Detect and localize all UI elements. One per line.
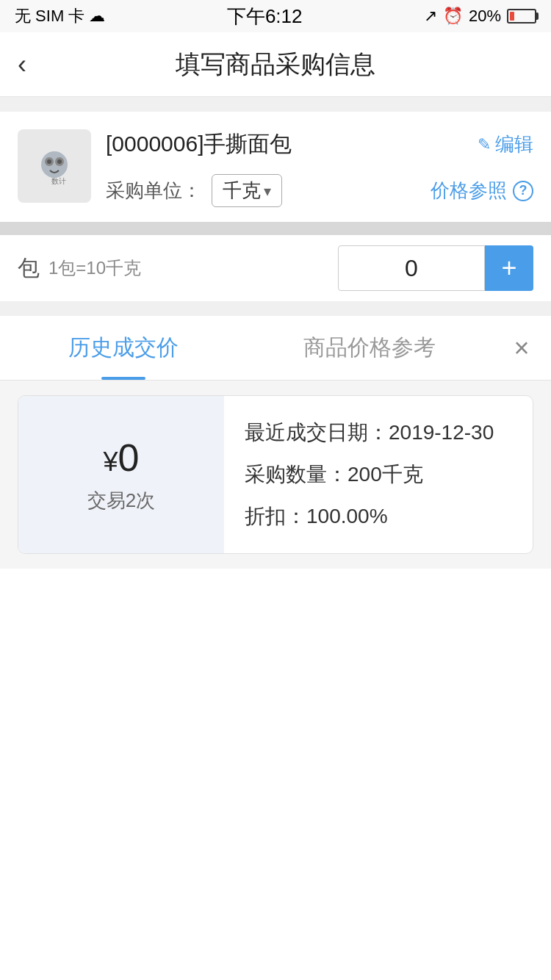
status-right: ↗ ⏰ 20%	[424, 7, 536, 26]
product-thumbnail: 数计	[18, 129, 91, 203]
content-white-area	[0, 569, 551, 980]
edit-button[interactable]: ✎ 编辑	[478, 131, 533, 157]
quantity-input[interactable]: 0	[338, 245, 485, 291]
quantity-row: 包 1包=10千克 0 +	[0, 235, 551, 301]
card-price-display: ¥0	[104, 435, 140, 480]
edit-label: 编辑	[495, 131, 533, 157]
product-unit-row: 采购单位： 千克 ▾ 价格参照 ?	[106, 174, 533, 207]
product-info: [0000006]手撕面包 ✎ 编辑 采购单位： 千克 ▾ 价格参照 ?	[106, 129, 533, 207]
latest-date-label: 最近成交日期：	[245, 421, 389, 444]
price-ref-label: 价格参照	[431, 178, 507, 203]
product-logo-svg: 数计	[32, 144, 76, 188]
tab-active-underline	[101, 377, 145, 380]
unit-section: 采购单位： 千克 ▾	[106, 174, 282, 207]
tab-product-price-label: 商品价格参考	[303, 333, 436, 363]
back-button[interactable]: ‹	[18, 49, 26, 80]
tab-history-price[interactable]: 历史成交价	[0, 316, 246, 380]
dropdown-arrow-icon: ▾	[264, 182, 271, 200]
help-icon: ?	[513, 181, 533, 201]
quantity-unit-icon: 包	[18, 253, 40, 284]
status-bar: 无 SIM 卡 ☁ 下午6:12 ↗ ⏰ 20%	[0, 0, 551, 32]
price-value: 0	[118, 436, 140, 479]
card-container: ¥0 交易2次 最近成交日期：2019-12-30 采购数量：200千克 折扣：…	[0, 381, 551, 569]
status-left: 无 SIM 卡 ☁	[15, 5, 105, 27]
product-header: [0000006]手撕面包 ✎ 编辑	[106, 129, 533, 159]
tab-history-price-label: 历史成交价	[68, 333, 179, 363]
unit-label: 采购单位：	[106, 179, 201, 201]
plus-button[interactable]: +	[485, 245, 533, 291]
discount-value: 100.00%	[306, 505, 388, 527]
nav-bar: ‹ 填写商品采购信息	[0, 32, 551, 97]
quantity-unit-info: 包 1包=10千克	[18, 253, 141, 284]
price-reference-button[interactable]: 价格参照 ?	[431, 178, 533, 203]
transaction-card: ¥0 交易2次 最近成交日期：2019-12-30 采购数量：200千克 折扣：…	[18, 395, 533, 554]
latest-date-value: 2019-12-30	[389, 421, 494, 444]
latest-date-row: 最近成交日期：2019-12-30	[245, 418, 512, 447]
unit-badge[interactable]: 千克 ▾	[212, 174, 282, 207]
svg-point-0	[41, 151, 68, 178]
page-title: 填写商品采购信息	[176, 48, 375, 82]
section-divider	[0, 222, 551, 235]
card-left-price: ¥0 交易2次	[18, 396, 224, 553]
alarm-icon: ⏰	[443, 7, 463, 26]
product-name: [0000006]手撕面包	[106, 129, 292, 159]
unit-conversion-text: 1包=10千克	[48, 256, 141, 280]
discount-label: 折扣：	[245, 505, 306, 527]
location-icon: ↗	[424, 7, 437, 26]
svg-point-4	[57, 159, 62, 164]
trades-label: 交易2次	[87, 488, 155, 514]
status-time: 下午6:12	[227, 4, 303, 29]
svg-text:数计: 数计	[51, 177, 66, 185]
svg-point-3	[47, 159, 51, 164]
close-button[interactable]: ×	[492, 316, 551, 381]
quantity-row-detail: 采购数量：200千克	[245, 460, 512, 489]
card-right-details: 最近成交日期：2019-12-30 采购数量：200千克 折扣：100.00%	[224, 396, 533, 553]
quantity-detail-value: 200千克	[347, 463, 423, 486]
tabs-bar: 历史成交价 商品价格参考 ×	[0, 316, 551, 381]
quantity-controls: 0 +	[338, 245, 533, 291]
carrier-text: 无 SIM 卡 ☁	[15, 5, 105, 27]
bottom-sheet: 历史成交价 商品价格参考 × ¥0 交易2次 最近成交日期：2019-12-30…	[0, 316, 551, 980]
discount-row: 折扣：100.00%	[245, 502, 512, 530]
product-section: 数计 [0000006]手撕面包 ✎ 编辑 采购单位： 千克 ▾ 价格参照 ?	[0, 112, 551, 222]
unit-value: 千克	[223, 178, 261, 203]
battery-text: 20%	[469, 7, 501, 26]
quantity-detail-label: 采购数量：	[245, 463, 347, 486]
tab-product-price[interactable]: 商品价格参考	[246, 316, 492, 380]
price-symbol: ¥	[104, 447, 118, 477]
edit-icon: ✎	[478, 135, 491, 154]
battery-icon	[507, 9, 536, 24]
